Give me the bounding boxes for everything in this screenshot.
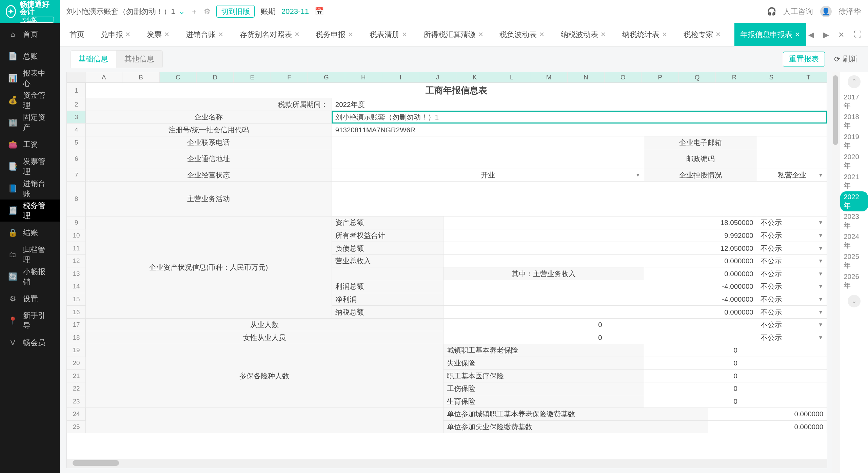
row-header[interactable]: 17 <box>67 318 86 331</box>
tab-6[interactable]: 税表清册✕ <box>367 23 410 46</box>
cell-value[interactable]: 0 <box>644 357 827 370</box>
cell-dropdown[interactable]: 不公示 <box>757 267 827 280</box>
close-icon[interactable]: ✕ <box>125 31 131 38</box>
col-header[interactable]: Q <box>679 72 716 82</box>
sidebar-item-12[interactable]: ⚙设置 <box>0 288 60 310</box>
close-icon[interactable]: ✕ <box>715 31 721 38</box>
row-header[interactable]: 23 <box>67 395 86 408</box>
year-pill[interactable]: 2022年 <box>840 191 868 211</box>
year-pill[interactable]: 2019年 <box>840 132 868 152</box>
subtab-other[interactable]: 其他信息 <box>116 51 162 68</box>
tab-3[interactable]: 进销台账✕ <box>183 23 226 46</box>
sidebar-item-4[interactable]: 🏢固定资产 <box>0 111 60 133</box>
col-header[interactable]: N <box>568 72 605 82</box>
cell-dropdown[interactable]: 不公示 <box>757 331 827 344</box>
row-header[interactable]: 8 <box>67 182 86 216</box>
row-header[interactable]: 9 <box>67 216 86 229</box>
col-header[interactable]: I <box>382 72 419 82</box>
cell-dropdown[interactable]: 不公示 <box>757 242 827 255</box>
cell-value[interactable]: 刘小艳演示账套（勿删勿动！）1 <box>332 111 827 124</box>
cell-value[interactable]: 0 <box>644 370 827 382</box>
close-icon[interactable]: ✕ <box>795 31 800 38</box>
cell-dropdown[interactable]: 不公示 <box>757 229 827 242</box>
sidebar-item-2[interactable]: 📊报表中心 <box>0 67 60 89</box>
cell-dropdown[interactable]: 不公示 <box>757 254 827 267</box>
row-header[interactable]: 2 <box>67 98 86 111</box>
year-up-icon[interactable]: ⌃ <box>848 75 861 88</box>
row-header[interactable]: 15 <box>67 293 86 306</box>
account-set-select[interactable]: 刘小艳演示账套（勿删勿动！）1 ⌄ <box>66 6 185 17</box>
tab-12[interactable]: 年报信息申报表✕ <box>734 23 806 46</box>
col-header[interactable]: F <box>271 72 308 82</box>
sidebar-item-6[interactable]: 📑发票管理 <box>0 155 60 177</box>
year-pill[interactable]: 2017年 <box>840 92 868 112</box>
close-icon[interactable]: ✕ <box>164 31 170 38</box>
col-header[interactable]: T <box>790 72 827 82</box>
sidebar-item-9[interactable]: 🔒结账 <box>0 222 60 244</box>
cell-value[interactable]: 12.050000 <box>443 242 757 255</box>
col-header[interactable]: M <box>530 72 567 82</box>
cell-value[interactable]: 0 <box>443 331 757 344</box>
cell-value[interactable]: 0 <box>644 395 827 408</box>
row-header[interactable]: 1 <box>67 83 86 98</box>
close-icon[interactable]: ✕ <box>402 31 407 38</box>
sidebar-item-7[interactable]: 📘进销台账 <box>0 177 60 200</box>
col-header[interactable]: O <box>605 72 642 82</box>
tabs-close-icon[interactable]: ✕ <box>836 28 847 42</box>
cell-value[interactable]: 0.000000 <box>708 408 827 421</box>
cell-value[interactable]: 2022年度 <box>332 98 827 111</box>
year-pill[interactable]: 2020年 <box>840 152 868 172</box>
cell-value[interactable]: 0 <box>443 318 757 331</box>
row-header[interactable]: 24 <box>67 408 86 421</box>
cell-value[interactable] <box>332 182 827 216</box>
horizontal-scrollbar[interactable] <box>67 459 827 468</box>
cell-value[interactable]: -4.000000 <box>443 280 757 293</box>
tab-10[interactable]: 纳税统计表✕ <box>619 23 670 46</box>
cell-value[interactable] <box>757 149 827 169</box>
sidebar-item-1[interactable]: 📄总账 <box>0 45 60 67</box>
close-icon[interactable]: ✕ <box>539 31 545 38</box>
close-icon[interactable]: ✕ <box>478 31 484 38</box>
row-header[interactable]: 25 <box>67 420 86 433</box>
cell-dropdown[interactable]: 不公示 <box>757 306 827 319</box>
row-header[interactable]: 19 <box>67 344 86 357</box>
sidebar-item-14[interactable]: V畅会员 <box>0 332 60 354</box>
cell-value[interactable]: -4.000000 <box>443 293 757 306</box>
col-header[interactable]: P <box>642 72 679 82</box>
tab-11[interactable]: 税检专家✕ <box>680 23 724 46</box>
sidebar-item-8[interactable]: 🧾税务管理 <box>0 200 60 222</box>
vertical-scrollbar-thumb[interactable] <box>833 75 838 145</box>
row-header[interactable]: 21 <box>67 370 86 382</box>
year-pill[interactable]: 2026年 <box>840 271 868 291</box>
row-header[interactable]: 18 <box>67 331 86 344</box>
cell-dropdown[interactable]: 不公示 <box>757 318 827 331</box>
tab-7[interactable]: 所得税汇算清缴✕ <box>420 23 486 46</box>
cell-value[interactable] <box>332 149 644 169</box>
cell-value[interactable] <box>757 136 827 149</box>
year-pill[interactable]: 2021年 <box>840 171 868 191</box>
row-header[interactable]: 13 <box>67 267 86 280</box>
select-all-corner[interactable] <box>67 72 85 82</box>
tab-2[interactable]: 发票✕ <box>144 23 173 46</box>
tab-8[interactable]: 税负波动表✕ <box>497 23 548 46</box>
close-icon[interactable]: ✕ <box>662 31 667 38</box>
avatar[interactable]: 👤 <box>820 6 832 17</box>
row-header[interactable]: 14 <box>67 280 86 293</box>
year-pill[interactable]: 2024年 <box>840 231 868 251</box>
cell-value[interactable]: 0.000000 <box>443 254 757 267</box>
horizontal-scrollbar-thumb[interactable] <box>73 460 119 466</box>
reset-report-button[interactable]: 重置报表 <box>783 52 825 67</box>
col-header[interactable]: D <box>197 72 234 82</box>
sidebar-item-3[interactable]: 💰资金管理 <box>0 89 60 111</box>
year-pill[interactable]: 2025年 <box>840 251 868 271</box>
col-header[interactable]: H <box>345 72 382 82</box>
col-header[interactable]: J <box>419 72 456 82</box>
cell-value[interactable]: 18.050000 <box>443 216 757 229</box>
col-header[interactable]: A <box>85 72 122 82</box>
tabs-fullscreen-icon[interactable]: ⛶ <box>851 28 864 41</box>
close-icon[interactable]: ✕ <box>600 31 606 38</box>
year-down-icon[interactable]: ⌄ <box>848 295 861 308</box>
tabs-next-icon[interactable]: ▶ <box>821 28 831 42</box>
col-header[interactable]: S <box>753 72 790 82</box>
close-icon[interactable]: ✕ <box>294 31 300 38</box>
